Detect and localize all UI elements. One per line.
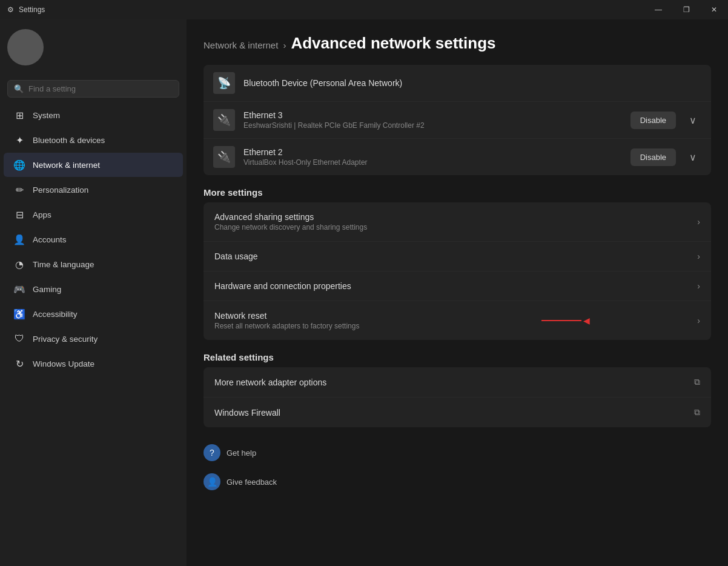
ethernet2-expand-button[interactable]: ∨ [684, 148, 701, 167]
titlebar-title: Settings [19, 5, 45, 14]
bluetooth-icon: ✦ [13, 134, 25, 146]
advanced-sharing-title: Advanced sharing settings [214, 212, 697, 222]
more-adapter-options-row[interactable]: More network adapter options ⧉ [204, 367, 711, 398]
ethernet3-expand-button[interactable]: ∨ [684, 111, 701, 130]
system-icon: ⊞ [13, 109, 25, 121]
data-usage-info: Data usage [214, 251, 697, 261]
advanced-sharing-row[interactable]: Advanced sharing settings Change network… [204, 202, 711, 242]
more-adapter-external-icon: ⧉ [694, 377, 700, 387]
sidebar-item-label-time: Time & language [33, 260, 94, 269]
windows-firewall-row[interactable]: Windows Firewall ⧉ [204, 398, 711, 427]
search-icon: 🔍 [14, 84, 24, 93]
network-reset-chevron: › [697, 316, 700, 325]
sidebar-item-personalization[interactable]: ✏Personalization [4, 178, 183, 202]
sidebar-item-bluetooth[interactable]: ✦Bluetooth & devices [4, 128, 183, 152]
apps-icon: ⊟ [13, 208, 25, 221]
get-help-label: Get help [227, 448, 256, 458]
sidebar-item-system[interactable]: ⊞System [4, 103, 183, 127]
personalization-icon: ✏ [13, 184, 25, 196]
help-section: ? Get help 👤 Give feedback [204, 439, 711, 495]
search-input[interactable] [28, 84, 173, 93]
app-container: 🔍 ⊞System✦Bluetooth & devices🌐Network & … [0, 19, 728, 566]
give-feedback-link[interactable]: 👤 Give feedback [204, 468, 711, 495]
sidebar-item-apps[interactable]: ⊟Apps [4, 202, 183, 227]
page-title: Advanced network settings [291, 34, 495, 53]
breadcrumb[interactable]: Network & internet [204, 40, 278, 50]
page-header: Network & internet › Advanced network se… [204, 19, 711, 65]
sidebar-item-update[interactable]: ↻Windows Update [4, 351, 183, 376]
bluetooth-adapter-info: Bluetooth Device (Personal Area Network) [243, 78, 701, 88]
breadcrumb-separator: › [283, 40, 286, 50]
ethernet2-name: Ethernet 2 [243, 147, 622, 157]
adapters-card: 📡 Bluetooth Device (Personal Area Networ… [204, 65, 711, 175]
sidebar-item-label-personalization: Personalization [33, 185, 88, 195]
get-help-icon: ? [204, 444, 220, 461]
data-usage-chevron: › [697, 251, 700, 261]
adapter-row-bluetooth: 📡 Bluetooth Device (Personal Area Networ… [204, 65, 711, 102]
windows-firewall-external-icon: ⧉ [694, 407, 700, 418]
give-feedback-label: Give feedback [227, 478, 277, 487]
red-arrow [541, 315, 590, 327]
sidebar-item-time[interactable]: ◔Time & language [4, 252, 183, 276]
time-icon: ◔ [13, 258, 25, 270]
bluetooth-adapter-name: Bluetooth Device (Personal Area Network) [243, 78, 701, 88]
sidebar-item-network[interactable]: 🌐Network & internet [4, 153, 183, 177]
more-settings-card: Advanced sharing settings Change network… [204, 202, 711, 340]
ethernet2-desc: VirtualBox Host-Only Ethernet Adapter [243, 158, 622, 167]
hardware-props-row[interactable]: Hardware and connection properties › [204, 271, 711, 301]
sidebar-nav: ⊞System✦Bluetooth & devices🌐Network & in… [0, 102, 187, 559]
sidebar-item-gaming[interactable]: 🎮Gaming [4, 277, 183, 301]
data-usage-title: Data usage [214, 251, 697, 261]
sidebar-item-label-accessibility: Accessibility [33, 310, 78, 319]
bluetooth-adapter-icon: 📡 [213, 72, 235, 94]
advanced-sharing-desc: Change network discovery and sharing set… [214, 223, 697, 231]
data-usage-row[interactable]: Data usage › [204, 242, 711, 271]
search-box[interactable]: 🔍 [7, 80, 179, 98]
network-reset-desc: Reset all network adapters to factory se… [214, 322, 697, 330]
sidebar-item-accessibility[interactable]: ♿Accessibility [4, 302, 183, 326]
ethernet3-desc: EeshwarSrishti | Realtek PCIe GbE Family… [243, 121, 622, 130]
hardware-props-chevron: › [697, 281, 700, 291]
advanced-sharing-chevron: › [697, 217, 700, 227]
adapter-row-ethernet2: 🔌 Ethernet 2 VirtualBox Host-Only Ethern… [204, 139, 711, 175]
settings-icon: ⚙ [7, 5, 14, 14]
give-feedback-icon: 👤 [204, 473, 220, 490]
ethernet2-info: Ethernet 2 VirtualBox Host-Only Ethernet… [243, 147, 622, 167]
more-settings-label: More settings [204, 187, 711, 198]
windows-firewall-title: Windows Firewall [214, 408, 694, 418]
avatar [7, 29, 44, 65]
ethernet2-icon: 🔌 [213, 146, 235, 168]
sidebar-item-label-accounts: Accounts [33, 235, 67, 244]
gaming-icon: 🎮 [13, 283, 25, 295]
ethernet2-disable-button[interactable]: Disable [630, 148, 676, 166]
network-reset-title: Network reset [214, 311, 697, 321]
accounts-icon: 👤 [13, 233, 25, 245]
hardware-props-title: Hardware and connection properties [214, 281, 697, 291]
sidebar-item-label-apps: Apps [33, 210, 51, 219]
get-help-link[interactable]: ? Get help [204, 439, 711, 466]
maximize-button[interactable]: ❐ [672, 0, 700, 19]
sidebar: 🔍 ⊞System✦Bluetooth & devices🌐Network & … [0, 19, 187, 566]
titlebar: ⚙ Settings — ❐ ✕ [0, 0, 728, 19]
sidebar-item-privacy[interactable]: 🛡Privacy & security [4, 327, 183, 351]
profile-section [0, 19, 187, 75]
ethernet3-icon: 🔌 [213, 109, 235, 131]
minimize-button[interactable]: — [644, 0, 672, 19]
update-icon: ↻ [13, 358, 25, 370]
adapter-row-ethernet3: 🔌 Ethernet 3 EeshwarSrishti | Realtek PC… [204, 102, 711, 139]
main-content: Network & internet › Advanced network se… [187, 19, 728, 566]
accessibility-icon: ♿ [13, 308, 25, 320]
sidebar-item-label-network: Network & internet [33, 161, 100, 170]
hardware-props-info: Hardware and connection properties [214, 281, 697, 291]
sidebar-item-label-update: Windows Update [33, 359, 94, 368]
privacy-icon: 🛡 [13, 333, 25, 345]
sidebar-item-accounts[interactable]: 👤Accounts [4, 227, 183, 251]
titlebar-controls: — ❐ ✕ [644, 0, 728, 19]
ethernet3-disable-button[interactable]: Disable [630, 112, 676, 129]
sidebar-item-label-gaming: Gaming [33, 285, 61, 294]
close-button[interactable]: ✕ [700, 0, 728, 19]
ethernet3-name: Ethernet 3 [243, 110, 622, 120]
related-settings-label: Related settings [204, 352, 711, 362]
related-settings-card: More network adapter options ⧉ Windows F… [204, 367, 711, 427]
network-reset-row[interactable]: Network reset Reset all network adapters… [204, 301, 711, 340]
